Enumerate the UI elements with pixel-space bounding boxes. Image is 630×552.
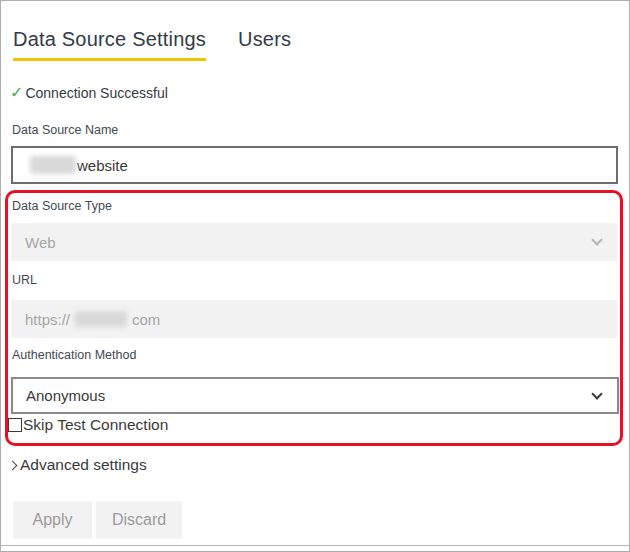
url-prefix: https:// <box>25 311 70 328</box>
url-suffix: com <box>132 311 160 328</box>
advanced-settings-expander[interactable]: Advanced settings <box>9 456 147 474</box>
authentication-method-select[interactable]: Anonymous <box>11 377 619 414</box>
skip-test-connection-label: Skip Test Connection <box>23 416 168 434</box>
authentication-method-value: Anonymous <box>26 387 105 404</box>
data-source-settings-dialog: Data Source Settings Users ✓ Connection … <box>0 0 630 552</box>
data-source-type-value: Web <box>25 234 56 251</box>
url-input: https:// com <box>11 300 617 338</box>
data-source-name-input[interactable]: website <box>11 146 618 184</box>
skip-test-connection-row[interactable]: Skip Test Connection <box>8 416 168 434</box>
advanced-settings-label: Advanced settings <box>20 456 147 474</box>
active-tab-underline <box>13 58 206 61</box>
url-label: URL <box>12 273 37 287</box>
data-source-name-label: Data Source Name <box>12 123 118 137</box>
connection-status: ✓ Connection Successful <box>10 85 168 101</box>
discard-button[interactable]: Discard <box>96 501 182 539</box>
tab-data-source-settings[interactable]: Data Source Settings <box>13 28 206 51</box>
redacted-text <box>30 156 76 174</box>
dialog-bottom-divider <box>1 545 629 546</box>
data-source-type-select: Web <box>11 223 617 261</box>
skip-test-connection-checkbox[interactable] <box>8 418 22 432</box>
chevron-down-icon <box>591 388 602 399</box>
connection-status-text: Connection Successful <box>25 85 167 101</box>
chevron-right-icon <box>8 460 18 470</box>
authentication-method-label: Authentication Method <box>12 348 136 362</box>
redacted-text <box>75 311 127 327</box>
data-source-name-value: website <box>77 157 128 174</box>
apply-button[interactable]: Apply <box>13 501 92 539</box>
check-icon: ✓ <box>10 85 23 101</box>
data-source-type-label: Data Source Type <box>12 199 112 213</box>
chevron-down-icon <box>591 234 602 245</box>
tab-users[interactable]: Users <box>238 28 291 51</box>
